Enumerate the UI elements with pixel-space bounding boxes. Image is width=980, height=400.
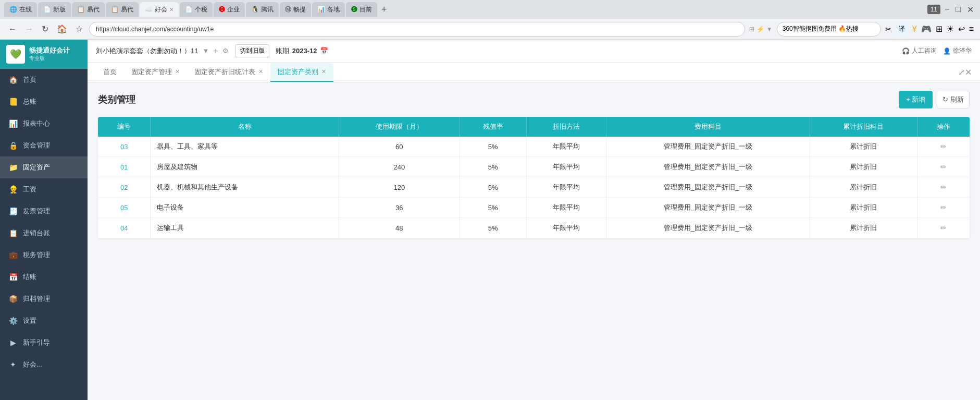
edit-icon[interactable]: ✏ (940, 183, 947, 191)
close-tab-category[interactable]: ✕ (321, 68, 326, 75)
add-company-icon[interactable]: + (213, 46, 218, 56)
content-tab-fixed-assets-mgmt[interactable]: 固定资产管理 ✕ (124, 63, 187, 82)
currency-icon[interactable]: ¥ (912, 25, 917, 34)
table-header-row: 编号 名称 使用期限（月） 残值率 折旧方法 费用科目 累计折旧科目 操作 (98, 117, 970, 137)
sidebar-item-guide-label: 新手引导 (23, 338, 50, 347)
sidebar-item-fund[interactable]: 🔒 资金管理 (0, 135, 88, 156)
collapse-icon[interactable]: ✕ (965, 67, 972, 77)
company-name: 刘小艳演示套套（勿删勿动！）11 (96, 46, 198, 56)
sidebar-item-guide[interactable]: ▶ 新手引导 (0, 332, 88, 354)
sidebar-item-close[interactable]: 📅 结账 (0, 266, 88, 288)
close-window-button[interactable]: ✕ (965, 3, 976, 17)
forward-button[interactable]: → (23, 22, 35, 36)
grid-icon[interactable]: ⊞ (749, 26, 754, 33)
sidebar-item-report[interactable]: 📊 报表中心 (0, 113, 88, 135)
cell-method: 年限平均 (526, 218, 606, 238)
content-tab-home[interactable]: 首页 (96, 63, 124, 82)
cell-name: 电子设备 (151, 198, 339, 218)
user-avatar[interactable]: 👤 徐泽华 (943, 46, 972, 55)
settings-icon: ⚙️ (8, 317, 18, 325)
cell-expense: 管理费用_固定资产折旧_一级 (606, 198, 810, 218)
cell-expense: 管理费用_固定资产折旧_一级 (606, 157, 810, 177)
cell-residual: 5% (460, 198, 526, 218)
sidebar-item-invoice[interactable]: 🧾 发票管理 (0, 200, 88, 222)
period-label: 账期 (276, 46, 289, 56)
sidebar-item-archive[interactable]: 📦 归档管理 (0, 288, 88, 310)
close-period-icon: 📅 (8, 273, 18, 281)
dropdown-arrow[interactable]: ▼ (202, 47, 209, 55)
add-button[interactable]: + 新增 (899, 91, 933, 108)
new-tab-button[interactable]: + (378, 4, 390, 15)
game-icon[interactable]: 🎮 (921, 24, 932, 34)
guide-icon: ▶ (8, 338, 18, 347)
switch-version-button[interactable]: 切到旧版 (235, 44, 269, 57)
minimize-button[interactable]: − (942, 3, 951, 16)
tab-qiye[interactable]: 🅒企业 (214, 2, 245, 17)
sidebar-item-settings[interactable]: ⚙️ 设置 (0, 310, 88, 332)
undo-icon[interactable]: ↩ (958, 24, 965, 34)
content-tab-category[interactable]: 固定资产类别 ✕ (270, 63, 333, 82)
search-input[interactable] (777, 22, 881, 37)
cell-id: 02 (98, 177, 151, 198)
sidebar-item-home[interactable]: 🏠 首页 (0, 69, 88, 91)
sidebar-item-payroll[interactable]: 👷 工资 (0, 178, 88, 200)
sidebar-item-haohui[interactable]: ✦ 好会... (0, 354, 88, 375)
tab-online[interactable]: 🌐在线 (4, 2, 37, 17)
close-tab-depreciation-table[interactable]: ✕ (258, 68, 263, 75)
menu-icon[interactable]: ≡ (969, 25, 974, 34)
tab-haohui[interactable]: ☁️好会✕ (140, 2, 179, 17)
edit-icon[interactable]: ✏ (940, 224, 947, 232)
edit-icon[interactable]: ✏ (940, 142, 947, 151)
bookmark-button[interactable]: ☆ (73, 22, 85, 36)
tab-gedi[interactable]: 📊各地 (312, 2, 345, 17)
edit-icon[interactable]: ✏ (940, 163, 947, 171)
maximize-button[interactable]: □ (953, 3, 963, 16)
address-bar[interactable] (89, 22, 745, 37)
layout-icon[interactable]: ⊞ (936, 24, 942, 34)
tab-muqian[interactable]: 🅢目前 (346, 2, 377, 17)
content-tab-depreciation-table[interactable]: 固定资产折旧统计表 ✕ (187, 63, 270, 82)
settings-gear-icon[interactable]: ⚙ (222, 47, 229, 55)
header-actions: + 新增 ↻ 刷新 (899, 91, 970, 108)
cell-method: 年限平均 (526, 137, 606, 157)
col-header-name: 名称 (151, 117, 339, 137)
sidebar-item-tax[interactable]: 💼 税务管理 (0, 244, 88, 266)
sidebar-item-home-label: 首页 (23, 75, 36, 84)
translate-icon[interactable]: 译 (896, 23, 908, 35)
close-tab-fixed-assets-mgmt[interactable]: ✕ (175, 68, 180, 75)
cell-accum: 累计折旧 (810, 137, 917, 157)
haohui-icon: ✦ (8, 360, 18, 369)
sun-icon[interactable]: ☀ (947, 24, 954, 34)
sidebar-item-fixed-assets[interactable]: 📁 固定资产 (0, 156, 88, 178)
sidebar-item-ledger[interactable]: 📒 总账 (0, 91, 88, 113)
sidebar-item-purchase[interactable]: 📋 进销台账 (0, 222, 88, 244)
tab-new[interactable]: 📄新版 (38, 2, 71, 17)
tab-changtui[interactable]: Ⓜ畅提 (280, 2, 311, 17)
refresh-button[interactable]: ↻ 刷新 (937, 91, 970, 108)
refresh-nav-button[interactable]: ↻ (40, 22, 51, 36)
cut-icon[interactable]: ✂ (885, 25, 891, 33)
back-button[interactable]: ← (6, 22, 19, 36)
tab-yidai1[interactable]: 📋易代 (72, 2, 105, 17)
lightning-icon[interactable]: ⚡ (756, 26, 764, 33)
browser-tabs-bar: 🌐在线 📄新版 📋易代 📋易代 ☁️好会✕ 📄个税 🅒企业 🐧腾讯 Ⓜ畅提 📊各… (0, 0, 980, 19)
calendar-icon[interactable]: 📅 (320, 47, 328, 55)
table-row: 01 房屋及建筑物 240 5% 年限平均 管理费用_固定资产折旧_一级 累计折… (98, 157, 970, 177)
app-container: 💚 畅捷通好会计 专业版 🏠 首页 📒 总账 📊 报表中心 🔒 资金管理 (0, 40, 980, 400)
purchase-icon: 📋 (8, 229, 18, 237)
tab-yidai2[interactable]: 📋易代 (106, 2, 139, 17)
expand-icon[interactable]: ⤢ (958, 67, 965, 77)
col-header-action: 操作 (917, 117, 970, 137)
dropdown-icon[interactable]: ▼ (766, 26, 773, 33)
sidebar-menu: 🏠 首页 📒 总账 📊 报表中心 🔒 资金管理 📁 固定资产 👷 工资 (0, 69, 88, 400)
cell-months: 240 (339, 157, 460, 177)
cell-action: ✏ (917, 177, 970, 198)
tab-geshui[interactable]: 📄个税 (180, 2, 213, 17)
tab-tengxun[interactable]: 🐧腾讯 (246, 2, 279, 17)
tab-count-button[interactable]: 11 (927, 5, 940, 14)
edit-icon[interactable]: ✏ (940, 203, 947, 212)
home-button[interactable]: 🏠 (55, 22, 69, 36)
consult-button[interactable]: 🎧 人工咨询 (902, 46, 937, 55)
cell-residual: 5% (460, 157, 526, 177)
cell-residual: 5% (460, 218, 526, 238)
